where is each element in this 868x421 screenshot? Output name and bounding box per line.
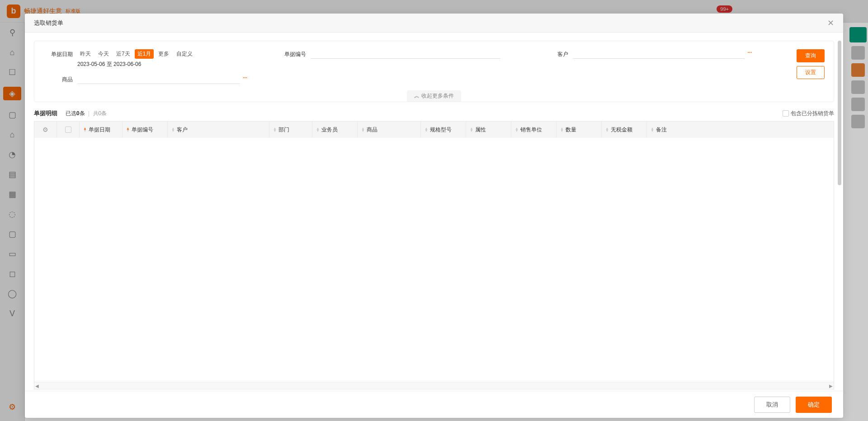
close-icon[interactable]: ✕ bbox=[827, 18, 834, 28]
query-button[interactable]: 查询 bbox=[797, 49, 825, 62]
filter-row-1: 单据日期 昨天 今天 近7天 近1月 更多 自定义 2023 bbox=[43, 49, 825, 68]
select-sales-order-modal: 选取销货单 ✕ 单据日期 昨天 今天 近7天 bbox=[25, 14, 843, 418]
th-dept[interactable]: ▲▼ 部门 bbox=[269, 122, 312, 138]
detail-count: 已选0条 | 共0条 bbox=[66, 110, 107, 117]
th-attr-label: 属性 bbox=[475, 126, 486, 134]
th-product-label: 商品 bbox=[367, 126, 377, 134]
filter-row-2: 商品 ··· bbox=[43, 75, 825, 84]
chip-last7[interactable]: 近7天 bbox=[113, 49, 133, 59]
date-range: 2023-05-06 至 2023-06-06 bbox=[77, 61, 195, 68]
filter-customer-input[interactable] bbox=[573, 49, 745, 59]
th-customer[interactable]: ▲▼ 客户 bbox=[168, 122, 269, 138]
table-horizontal-scrollbar[interactable]: ◀ ▶ bbox=[34, 382, 834, 389]
th-qty-label: 数量 bbox=[566, 126, 576, 134]
detail-header: 单据明细 已选0条 | 共0条 包含已分拣销货单 bbox=[34, 109, 834, 117]
sort-icon: ▲▼ bbox=[560, 127, 564, 132]
th-dept-label: 部门 bbox=[278, 126, 289, 134]
chip-today[interactable]: 今天 bbox=[95, 49, 112, 59]
th-date[interactable]: ▲▼ 单据日期 bbox=[80, 122, 123, 138]
sort-icon: ▲▼ bbox=[126, 127, 130, 132]
chip-yesterday[interactable]: 昨天 bbox=[77, 49, 94, 59]
filter-docno-input[interactable] bbox=[311, 49, 500, 59]
filter-date-label: 单据日期 bbox=[43, 49, 77, 58]
modal-overlay: 选取销货单 ✕ 单据日期 昨天 今天 近7天 bbox=[0, 0, 868, 421]
scroll-right-icon: ▶ bbox=[829, 384, 833, 388]
th-spec[interactable]: ▲▼ 规格型号 bbox=[421, 122, 466, 138]
th-date-label: 单据日期 bbox=[89, 126, 110, 134]
detail-title: 单据明细 bbox=[34, 109, 57, 117]
include-dispatched-label: 包含已分拣销货单 bbox=[791, 110, 834, 117]
modal-body: 单据日期 昨天 今天 近7天 近1月 更多 自定义 2023 bbox=[25, 33, 843, 391]
th-unit[interactable]: ▲▼ 销售单位 bbox=[511, 122, 557, 138]
customer-more-icon[interactable]: ··· bbox=[747, 49, 752, 56]
sort-icon: ▲▼ bbox=[515, 127, 519, 132]
selected-suffix: 条 bbox=[80, 110, 85, 117]
date-from: 2023-05-06 bbox=[77, 61, 105, 67]
th-salesperson[interactable]: ▲▼ 业务员 bbox=[312, 122, 358, 138]
th-remark[interactable]: ▲▼ 备注 bbox=[647, 122, 834, 138]
sort-icon: ▲▼ bbox=[171, 127, 175, 132]
sort-icon: ▲▼ bbox=[83, 127, 87, 132]
th-docno-label: 单据编号 bbox=[132, 126, 153, 134]
table-body-empty bbox=[34, 138, 834, 382]
detail-left: 单据明细 已选0条 | 共0条 bbox=[34, 109, 107, 117]
chip-more[interactable]: 更多 bbox=[156, 49, 172, 59]
scroll-left-icon: ◀ bbox=[35, 384, 39, 388]
filter-product-input[interactable] bbox=[77, 75, 240, 84]
date-chips: 昨天 今天 近7天 近1月 更多 自定义 bbox=[77, 49, 195, 59]
th-customer-label: 客户 bbox=[177, 126, 188, 134]
sort-icon: ▲▼ bbox=[316, 127, 320, 132]
filter-docno-group: 单据编号 bbox=[277, 49, 500, 59]
filter-customer-group: 客户 ··· bbox=[546, 49, 752, 59]
th-spec-label: 规格型号 bbox=[430, 126, 452, 134]
chip-custom[interactable]: 自定义 bbox=[174, 49, 195, 59]
filter-date-group: 单据日期 昨天 今天 近7天 近1月 更多 自定义 2023 bbox=[43, 49, 195, 68]
filter-docno-label: 单据编号 bbox=[277, 49, 311, 58]
chip-last1m[interactable]: 近1月 bbox=[135, 49, 154, 59]
gear-icon: ⚙ bbox=[42, 126, 48, 133]
th-salesperson-label: 业务员 bbox=[321, 126, 338, 134]
select-all-checkbox[interactable] bbox=[65, 126, 71, 133]
modal-footer: 取消 确定 bbox=[25, 391, 843, 418]
th-unit-label: 销售单位 bbox=[520, 126, 542, 134]
product-more-icon[interactable]: ··· bbox=[243, 75, 247, 81]
filter-actions: 查询 设置 bbox=[797, 49, 825, 79]
settings-button[interactable]: 设置 bbox=[797, 66, 825, 79]
filter-panel: 单据日期 昨天 今天 近7天 近1月 更多 自定义 2023 bbox=[34, 41, 834, 102]
th-qty[interactable]: ▲▼ 数量 bbox=[557, 122, 602, 138]
sort-icon: ▲▼ bbox=[605, 127, 609, 132]
confirm-button[interactable]: 确定 bbox=[796, 397, 832, 413]
total-count: 共0条 bbox=[93, 110, 107, 117]
date-sep: 至 bbox=[107, 61, 112, 67]
chevron-up-icon: ︽ bbox=[414, 92, 420, 100]
count-sep: | bbox=[88, 110, 90, 117]
th-product[interactable]: ▲▼ 商品 bbox=[358, 122, 421, 138]
th-amount-label: 无税金额 bbox=[611, 126, 632, 134]
sort-icon: ▲▼ bbox=[273, 127, 277, 132]
th-remark-label: 备注 bbox=[656, 126, 667, 134]
sort-icon: ▲▼ bbox=[651, 127, 654, 132]
th-gear[interactable]: ⚙ bbox=[34, 122, 57, 138]
selected-count: 0 bbox=[76, 110, 80, 117]
filter-product-label: 商品 bbox=[43, 75, 77, 84]
include-dispatched-checkbox[interactable] bbox=[783, 110, 789, 117]
selected-prefix: 已选 bbox=[66, 110, 76, 117]
modal-title: 选取销货单 bbox=[34, 19, 63, 27]
collapse-button[interactable]: ︽ 收起更多条件 bbox=[407, 90, 461, 102]
table-header: ⚙ ▲▼ 单据日期 ▲▼ 单据编号 ▲▼ 客户 ▲▼ bbox=[34, 122, 834, 138]
date-to: 2023-06-06 bbox=[113, 61, 141, 67]
collapse-label: 收起更多条件 bbox=[421, 92, 454, 100]
sort-icon: ▲▼ bbox=[425, 127, 428, 132]
scrollbar-vertical[interactable] bbox=[838, 41, 841, 185]
modal-header: 选取销货单 ✕ bbox=[25, 14, 843, 33]
table: ⚙ ▲▼ 单据日期 ▲▼ 单据编号 ▲▼ 客户 ▲▼ bbox=[34, 121, 834, 389]
cancel-button[interactable]: 取消 bbox=[754, 397, 790, 413]
th-docno[interactable]: ▲▼ 单据编号 bbox=[123, 122, 168, 138]
th-amount[interactable]: ▲▼ 无税金额 bbox=[602, 122, 647, 138]
sort-icon: ▲▼ bbox=[361, 127, 365, 132]
th-checkbox bbox=[57, 122, 80, 138]
filter-date-content: 昨天 今天 近7天 近1月 更多 自定义 2023-05-06 至 2023-0… bbox=[77, 49, 195, 68]
detail-right: 包含已分拣销货单 bbox=[783, 110, 834, 117]
sort-icon: ▲▼ bbox=[470, 127, 473, 132]
th-attr[interactable]: ▲▼ 属性 bbox=[466, 122, 511, 138]
